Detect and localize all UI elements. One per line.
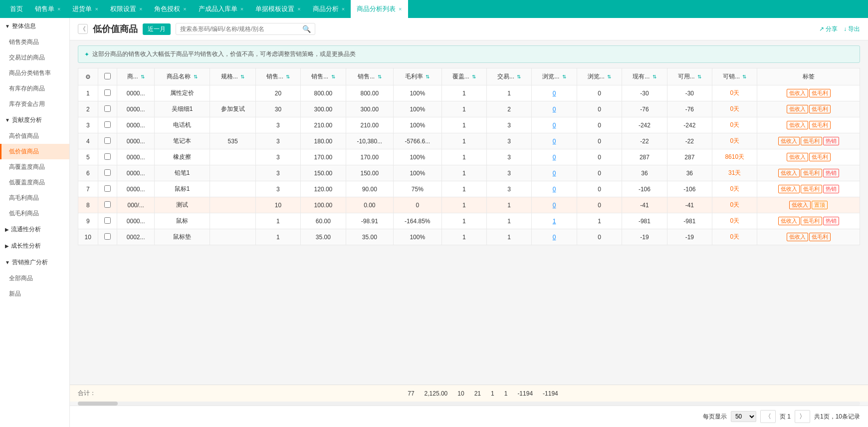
sidebar-item-高覆盖度商品[interactable]: 高覆盖度商品 [0,159,69,175]
sidebar-item-有库存的商品[interactable]: 有库存的商品 [0,81,69,96]
col-sales-qty[interactable]: 销售... ⇅ [255,68,300,85]
row-select-checkbox[interactable] [104,185,111,192]
row-view1[interactable]: 0 [532,101,577,117]
prev-page-button[interactable]: 〈 [760,410,776,423]
row-view1[interactable]: 0 [532,197,577,213]
next-page-button[interactable]: 〉 [795,410,810,423]
sidebar-item-销售类商品[interactable]: 销售类商品 [0,34,69,50]
export-button[interactable]: ↓ 导出 [844,25,860,33]
nav-close-icon[interactable]: × [57,6,60,12]
share-button[interactable]: ↗ 分享 [819,25,838,33]
nav-item-权限设置[interactable]: 权限设置× [104,0,148,18]
col-sellable[interactable]: 可销... ⇅ [712,68,757,85]
nav-item-进货单[interactable]: 进货单× [66,0,104,18]
sidebar-item-低毛利商品[interactable]: 低毛利商品 [0,206,69,221]
col-view1[interactable]: 浏览... ⇅ [532,68,577,85]
sidebar-item-新品[interactable]: 新品 [0,286,69,302]
sidebar-item-商品分类销售率[interactable]: 商品分类销售率 [0,65,69,81]
horizontal-scrollbar[interactable] [78,402,860,406]
col-spec[interactable]: 规格... ⇅ [210,68,255,85]
row-select-checkbox[interactable] [104,89,111,96]
row-checkbox[interactable] [98,117,117,133]
row-checkbox[interactable] [98,229,117,245]
row-view1[interactable]: 1 [532,213,577,229]
view1-link[interactable]: 0 [553,154,556,161]
view1-link[interactable]: 0 [553,122,556,129]
collapse-button[interactable]: 《 [78,24,88,34]
row-select-checkbox[interactable] [104,217,111,224]
row-select-checkbox[interactable] [104,169,111,176]
row-select-checkbox[interactable] [104,153,111,160]
per-page-select[interactable]: 50 100 [731,411,756,422]
row-select-checkbox[interactable] [104,105,111,112]
row-view1[interactable]: 0 [532,229,577,245]
view1-link[interactable]: 0 [553,186,556,193]
view1-link[interactable]: 1 [553,218,556,225]
row-checkbox[interactable] [98,213,117,229]
col-code[interactable]: 商... ⇅ [117,68,154,85]
col-coverage[interactable]: 覆盖... ⇅ [441,68,486,85]
row-view1[interactable]: 0 [532,165,577,181]
row-view1[interactable]: 0 [532,133,577,149]
sidebar-item-高价值商品[interactable]: 高价值商品 [0,128,69,144]
sidebar-section-成长性分析[interactable]: ▶成长性分析 [0,238,69,254]
row-checkbox[interactable] [98,181,117,197]
sidebar-section-整体信息[interactable]: ▼整体信息 [0,18,69,34]
sidebar-item-库存资金占用[interactable]: 库存资金占用 [0,96,69,112]
sidebar-item-高毛利商品[interactable]: 高毛利商品 [0,190,69,206]
row-select-checkbox[interactable] [104,137,111,144]
sidebar-section-营销推广分析[interactable]: ▼营销推广分析 [0,254,69,271]
row-select-checkbox[interactable] [104,233,111,240]
row-view1[interactable]: 0 [532,149,577,165]
col-sales-price[interactable]: 销售... ⇅ [301,68,346,85]
row-view1[interactable]: 0 [532,181,577,197]
col-sales-amount[interactable]: 销售... ⇅ [346,68,393,85]
nav-close-icon[interactable]: × [399,6,402,12]
view1-link[interactable]: 0 [553,234,556,241]
search-icon[interactable]: 🔍 [302,25,311,33]
nav-item-首页[interactable]: 首页 [4,0,29,18]
row-checkbox[interactable] [98,85,117,101]
view1-link[interactable]: 0 [553,170,556,177]
col-current[interactable]: 现有... ⇅ [622,68,667,85]
col-margin[interactable]: 毛利率 ⇅ [394,68,441,85]
date-filter-button[interactable]: 近一月 [143,23,171,35]
sidebar-item-全部商品[interactable]: 全部商品 [0,271,69,286]
view1-link[interactable]: 0 [553,202,556,209]
row-select-checkbox[interactable] [104,121,111,128]
nav-close-icon[interactable]: × [342,6,345,12]
col-trade[interactable]: 交易... ⇅ [486,68,531,85]
row-checkbox[interactable] [98,197,117,213]
select-all-checkbox[interactable] [104,73,111,79]
sidebar-section-流通性分析[interactable]: ▶流通性分析 [0,221,69,238]
sidebar-item-低覆盖度商品[interactable]: 低覆盖度商品 [0,175,69,190]
nav-close-icon[interactable]: × [240,6,243,12]
col-available[interactable]: 可用... ⇅ [667,68,712,85]
nav-item-单据模板设置[interactable]: 单据模板设置× [249,0,306,18]
search-input[interactable] [180,25,302,32]
sidebar-item-低价值商品[interactable]: 低价值商品 [0,144,69,159]
nav-item-商品分析[interactable]: 商品分析× [307,0,351,18]
row-view1[interactable]: 0 [532,117,577,133]
view1-link[interactable]: 0 [553,90,556,97]
row-select-checkbox[interactable] [104,201,111,208]
row-checkbox[interactable] [98,165,117,181]
row-checkbox[interactable] [98,149,117,165]
nav-item-商品分析列表[interactable]: 商品分析列表× [351,0,408,18]
nav-close-icon[interactable]: × [297,6,300,12]
col-settings[interactable]: ⚙ [78,68,98,85]
scrollbar-thumb[interactable] [78,402,118,406]
nav-item-角色授权[interactable]: 角色授权× [148,0,192,18]
nav-close-icon[interactable]: × [139,6,142,12]
view1-link[interactable]: 0 [553,106,556,113]
col-view2[interactable]: 浏览... ⇅ [577,68,622,85]
row-checkbox[interactable] [98,133,117,149]
row-checkbox[interactable] [98,101,117,117]
nav-close-icon[interactable]: × [183,6,186,12]
sidebar-item-交易过的商品[interactable]: 交易过的商品 [0,50,69,65]
row-view1[interactable]: 0 [532,85,577,101]
nav-close-icon[interactable]: × [95,6,98,12]
nav-item-销售单[interactable]: 销售单× [29,0,66,18]
nav-item-产成品入库单[interactable]: 产成品入库单× [193,0,249,18]
sidebar-section-贡献度分析[interactable]: ▼贡献度分析 [0,112,69,128]
